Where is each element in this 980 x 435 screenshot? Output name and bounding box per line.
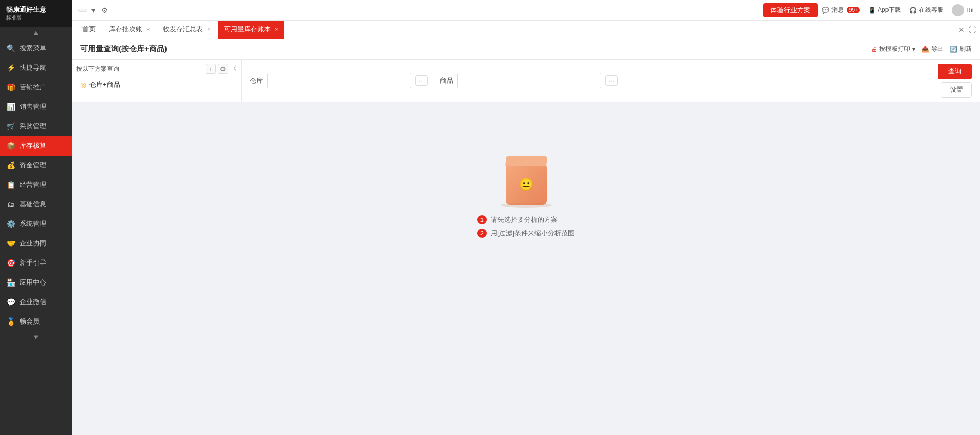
sidebar-item-enterprise[interactable]: 🤝 企业协同	[0, 234, 72, 253]
sidebar-item-sales[interactable]: 📊 销售管理	[0, 97, 72, 117]
app-download-label: App下载	[878, 6, 901, 14]
topbar: ▾ ⚙ 体验行业方案 💬 消息 99+ 📱 App下载 🎧 在线客服 Rit	[72, 0, 980, 21]
tab-available-ledger[interactable]: 可用量库存账本 ×	[218, 21, 284, 39]
filter-warehouse-label: 仓库	[250, 76, 263, 85]
export-btn[interactable]: 📤 导出	[921, 45, 944, 53]
page-header: 可用量查询(按仓库+商品) 🖨 按模板打印 ▾ 📤 导出 🔄 刷新	[72, 39, 980, 60]
sidebar-item-system[interactable]: ⚙️ 系统管理	[0, 214, 72, 234]
sidebar-item-basic[interactable]: 🗂 基础信息	[0, 195, 72, 214]
print-btn[interactable]: 🖨 按模板打印 ▾	[871, 45, 915, 53]
sidebar-item-label: 系统管理	[20, 219, 46, 229]
sidebar-item-label: 库存核算	[20, 141, 46, 150]
sidebar-item-appstore[interactable]: 🏪 应用中心	[0, 273, 72, 292]
purchase-icon: 🛒	[6, 122, 15, 130]
tabs-bar: 首页 库存批次账 × 收发存汇总表 × 可用量库存账本 × ✕ ⛶	[72, 21, 980, 39]
window-controls: ✕ ⛶	[958, 26, 976, 34]
tab-recv-summary-close[interactable]: ×	[207, 26, 210, 32]
sales-icon: 📊	[6, 103, 15, 111]
tab-recv-summary[interactable]: 收发存汇总表 ×	[157, 21, 216, 39]
sidebar-item-label: 营销推广	[20, 83, 46, 92]
empty-state: 😐 1 请先选择要分析的方案 2 用[过滤]条件来缩小分析范围	[72, 102, 980, 279]
empty-illustration: 😐	[495, 143, 557, 205]
notification-item[interactable]: 💬 消息 99+	[822, 6, 860, 14]
topbar-right: 💬 消息 99+ 📱 App下载 🎧 在线客服 Rit	[822, 4, 974, 16]
empty-shadow	[501, 203, 552, 208]
scheme-warehouse-goods[interactable]: ◎ 仓库+商品	[76, 77, 237, 92]
basic-icon: 🗂	[6, 200, 15, 209]
sidebar-item-label: 基础信息	[20, 200, 46, 209]
refresh-btn[interactable]: 🔄 刷新	[950, 45, 972, 53]
filter-warehouse: 仓库 ···	[250, 73, 428, 88]
sidebar-item-purchase[interactable]: 🛒 采购管理	[0, 117, 72, 136]
sidebar-item-label: 企业微信	[20, 297, 46, 307]
refresh-label: 刷新	[959, 45, 972, 53]
online-service-item[interactable]: 🎧 在线客服	[909, 6, 944, 14]
sidebar-item-marketing[interactable]: 🎁 营销推广	[0, 78, 72, 97]
notification-label: 消息	[831, 6, 844, 14]
breadcrumb-path	[78, 9, 87, 12]
hint-num-1: 1	[477, 215, 487, 224]
tab-batch-ledger-close[interactable]: ×	[146, 26, 150, 32]
system-icon: ⚙️	[6, 220, 15, 228]
tab-home[interactable]: 首页	[76, 21, 102, 39]
member-icon: 🏅	[6, 317, 15, 326]
add-scheme-btn[interactable]: +	[206, 64, 216, 74]
query-scheme-panel: 按以下方案查询 + ⚙ 《 ◎ 仓库+商品	[72, 60, 242, 102]
export-label: 导出	[931, 45, 944, 53]
scheme-collapse-btn[interactable]: 《	[230, 64, 237, 73]
hint-text-1: 请先选择要分析的方案	[491, 215, 558, 224]
phone-icon: 📱	[868, 7, 876, 14]
empty-box-face: 😐	[519, 177, 534, 192]
print-label: 按模板打印	[879, 45, 910, 53]
sidebar-item-operation[interactable]: 📋 经营管理	[0, 175, 72, 195]
sidebar-item-label: 快捷导航	[20, 63, 46, 72]
breadcrumb-chevron-icon[interactable]: ▾	[89, 6, 97, 14]
sidebar-item-wechat[interactable]: 💬 企业微信	[0, 292, 72, 312]
sidebar-item-newbie[interactable]: 🎯 新手引导	[0, 253, 72, 273]
scheme-settings-btn[interactable]: ⚙	[218, 64, 228, 74]
filter-goods-input[interactable]	[457, 73, 601, 88]
operation-icon: 📋	[6, 181, 15, 189]
tab-home-label: 首页	[82, 25, 96, 34]
sidebar-item-label: 销售管理	[20, 102, 46, 111]
sidebar-item-finance[interactable]: 💰 资金管理	[0, 156, 72, 175]
sidebar-item-search[interactable]: 🔍 搜索菜单	[0, 39, 72, 58]
scheme-label: 按以下方案查询	[76, 65, 119, 73]
app-download-item[interactable]: 📱 App下载	[868, 6, 901, 14]
sidebar-item-inventory[interactable]: 📦 库存核算	[0, 136, 72, 156]
settings-button[interactable]: 设置	[941, 82, 972, 98]
filter-goods-more-btn[interactable]: ···	[605, 75, 618, 86]
user-name: Rit	[966, 7, 974, 14]
tab-batch-ledger-label: 库存批次账	[109, 25, 142, 34]
page-title: 可用量查询(按仓库+商品)	[80, 44, 167, 54]
refresh-icon: 🔄	[950, 46, 957, 53]
sidebar-scroll-up[interactable]: ▲	[0, 27, 72, 39]
finance-icon: 💰	[6, 161, 15, 169]
sidebar-item-label: 资金管理	[20, 161, 46, 170]
inventory-icon: 📦	[6, 142, 15, 150]
page-content: 可用量查询(按仓库+商品) 🖨 按模板打印 ▾ 📤 导出 🔄 刷新	[72, 39, 980, 435]
app-version: 标准版	[6, 14, 66, 22]
tab-recv-summary-label: 收发存汇总表	[163, 25, 203, 34]
maximize-window-btn[interactable]: ⛶	[969, 26, 976, 34]
settings-gear-icon[interactable]: ⚙	[99, 6, 110, 14]
tab-batch-ledger[interactable]: 库存批次账 ×	[103, 21, 156, 39]
sidebar-scroll-down[interactable]: ▼	[0, 331, 72, 343]
filter-warehouse-more-btn[interactable]: ···	[415, 75, 428, 86]
sidebar-search-label: 搜索菜单	[20, 44, 46, 53]
headset-icon: 🎧	[909, 7, 917, 14]
filter-warehouse-input[interactable]	[267, 73, 411, 88]
empty-hint-2: 2 用[过滤]条件来缩小分析范围	[477, 229, 575, 238]
close-window-btn[interactable]: ✕	[958, 26, 965, 34]
scheme-item-icon: ◎	[80, 81, 86, 89]
sidebar-item-member[interactable]: 🏅 畅会员	[0, 312, 72, 331]
tab-available-ledger-close[interactable]: ×	[275, 26, 278, 32]
query-button[interactable]: 查询	[938, 64, 972, 79]
user-info[interactable]: Rit	[952, 4, 974, 16]
filter-goods: 商品 ···	[440, 73, 618, 88]
trial-btn[interactable]: 体验行业方案	[763, 3, 818, 17]
sidebar-item-shortcut[interactable]: ⚡ 快捷导航	[0, 58, 72, 78]
newbie-icon: 🎯	[6, 259, 15, 267]
sidebar-logo: 畅康通好生意 标准版	[0, 0, 72, 27]
scheme-header: 按以下方案查询 + ⚙ 《	[76, 64, 237, 74]
